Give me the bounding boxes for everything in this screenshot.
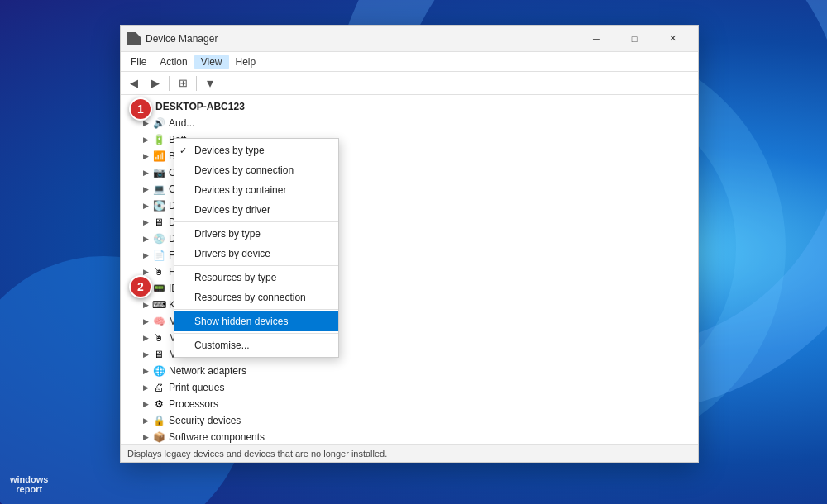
menu-item-devices-by-container[interactable]: Devices by container bbox=[174, 180, 338, 200]
logo-line1: windows bbox=[10, 474, 48, 484]
expand-icon: ▶ bbox=[141, 135, 151, 145]
expand-icon: ▶ bbox=[141, 383, 151, 392]
menu-file[interactable]: File bbox=[124, 55, 153, 69]
item-label: Network adapters bbox=[169, 365, 246, 377]
expand-icon: ▶ bbox=[141, 432, 151, 442]
processors-icon: ⚙ bbox=[152, 397, 165, 411]
list-item[interactable]: ▶ ⚙ Processors bbox=[121, 396, 698, 412]
content-area: ▼ 🖥 DESKTOP-ABC123 ▶ 🔊 Aud... ▶ 🔋 Batt..… bbox=[121, 95, 698, 444]
expand-icon: ▶ bbox=[141, 168, 151, 178]
windows-report-logo: windows report bbox=[10, 474, 48, 494]
menu-separator bbox=[174, 221, 338, 222]
print-icon: 🖨 bbox=[152, 381, 165, 394]
item-label: Processors bbox=[169, 398, 218, 410]
menu-action[interactable]: Action bbox=[153, 55, 194, 69]
list-item[interactable]: ▶ 🖨 Print queues bbox=[121, 379, 698, 396]
dvd-icon: 💿 bbox=[152, 232, 165, 245]
expand-icon: ▶ bbox=[141, 366, 151, 376]
computer-tree-icon: 💻 bbox=[152, 183, 165, 196]
minimize-button[interactable]: ─ bbox=[577, 26, 615, 52]
status-text: Displays legacy devices and devices that… bbox=[127, 449, 387, 459]
menu-item-resources-by-type[interactable]: Resources by type bbox=[174, 268, 338, 288]
maximize-button[interactable]: □ bbox=[615, 26, 653, 52]
item-label: Aud... bbox=[169, 117, 194, 129]
list-item[interactable]: ▶ 🔊 Aud... bbox=[121, 115, 698, 131]
list-item[interactable]: ▶ 🔒 Security devices bbox=[121, 412, 698, 429]
menu-help[interactable]: Help bbox=[229, 55, 263, 69]
security-icon: 🔒 bbox=[152, 414, 165, 427]
toolbar: ◀ ▶ ⊞ ▾ bbox=[121, 72, 698, 95]
tree-root[interactable]: ▼ 🖥 DESKTOP-ABC123 bbox=[121, 98, 698, 115]
keyboard-icon: ⌨ bbox=[152, 298, 165, 311]
item-label: Software components bbox=[169, 431, 265, 443]
menu-separator-4 bbox=[174, 333, 338, 334]
expand-icon: ▶ bbox=[141, 184, 151, 194]
bluetooth-icon: 📶 bbox=[152, 150, 165, 163]
camera-icon: 📷 bbox=[152, 166, 165, 179]
network-icon: 🌐 bbox=[152, 364, 165, 378]
expand-icon: ▶ bbox=[141, 399, 151, 409]
menu-bar: File Action View Help bbox=[121, 52, 698, 72]
firmware-icon: 📄 bbox=[152, 249, 165, 262]
properties-button[interactable]: ⊞ bbox=[173, 74, 193, 93]
list-item[interactable]: ▶ 🌐 Network adapters bbox=[121, 363, 698, 379]
monitors-icon: 🖥 bbox=[152, 348, 165, 361]
window-icon bbox=[127, 32, 141, 45]
toolbar-separator-2 bbox=[196, 76, 197, 91]
menu-item-drivers-by-device[interactable]: Drivers by device bbox=[174, 244, 338, 264]
battery-icon: 🔋 bbox=[152, 133, 165, 146]
item-label: Print queues bbox=[169, 382, 224, 393]
expand-icon: ▶ bbox=[141, 250, 151, 260]
hid-icon: 🖱 bbox=[152, 265, 165, 278]
menu-item-devices-by-driver[interactable]: Devices by driver bbox=[174, 200, 338, 220]
display-icon: 🖥 bbox=[152, 216, 165, 229]
logo-line2: report bbox=[16, 484, 42, 494]
ide-icon: 📟 bbox=[152, 282, 165, 295]
title-bar: Device Manager ─ □ ✕ bbox=[121, 26, 698, 52]
device-manager-window: Device Manager ─ □ ✕ File Action View He… bbox=[120, 25, 699, 463]
item-label: Security devices bbox=[169, 415, 241, 426]
menu-item-resources-by-connection[interactable]: Resources by connection bbox=[174, 288, 338, 307]
expand-icon: ▶ bbox=[141, 349, 151, 359]
menu-separator-2 bbox=[174, 265, 338, 266]
menu-item-drivers-by-type[interactable]: Drivers by type bbox=[174, 224, 338, 244]
menu-view[interactable]: View bbox=[194, 55, 229, 69]
menu-separator-3 bbox=[174, 309, 338, 310]
list-item[interactable]: ▶ 📦 Software components bbox=[121, 429, 698, 444]
menu-item-customise[interactable]: Customise... bbox=[174, 335, 338, 355]
expand-icon: ▶ bbox=[141, 300, 151, 310]
expand-icon: ▶ bbox=[141, 416, 151, 426]
title-bar-controls: ─ □ ✕ bbox=[577, 26, 691, 52]
menu-item-devices-by-type[interactable]: ✓ Devices by type bbox=[174, 140, 338, 160]
mice-icon: 🖱 bbox=[152, 331, 165, 345]
expand-icon: ▶ bbox=[141, 151, 151, 161]
expand-icon: ▶ bbox=[141, 333, 151, 343]
menu-item-show-hidden-devices[interactable]: Show hidden devices bbox=[174, 311, 338, 331]
root-label: DESKTOP-ABC123 bbox=[155, 101, 245, 112]
expand-icon: ▶ bbox=[141, 316, 151, 326]
more-button[interactable]: ▾ bbox=[200, 74, 220, 93]
sw-components-icon: 📦 bbox=[152, 430, 165, 444]
close-button[interactable]: ✕ bbox=[653, 26, 691, 52]
expand-icon: ▶ bbox=[141, 217, 151, 227]
step-2-badge: 2 bbox=[129, 275, 152, 298]
toolbar-separator bbox=[169, 76, 170, 91]
expand-icon: ▶ bbox=[141, 201, 151, 211]
forward-button[interactable]: ▶ bbox=[146, 74, 165, 93]
window-title: Device Manager bbox=[146, 33, 577, 45]
disk-icon: 💽 bbox=[152, 199, 165, 212]
memory-icon: 🧠 bbox=[152, 315, 165, 328]
expand-icon: ▶ bbox=[141, 234, 151, 244]
back-button[interactable]: ◀ bbox=[124, 74, 144, 93]
audio-icon: 🔊 bbox=[152, 116, 165, 130]
status-bar: Displays legacy devices and devices that… bbox=[121, 444, 698, 462]
step-1-badge: 1 bbox=[129, 97, 152, 121]
menu-item-devices-by-connection[interactable]: Devices by connection bbox=[174, 160, 338, 180]
check-icon: ✓ bbox=[179, 145, 187, 156]
view-dropdown-menu: ✓ Devices by type Devices by connection … bbox=[174, 138, 339, 358]
